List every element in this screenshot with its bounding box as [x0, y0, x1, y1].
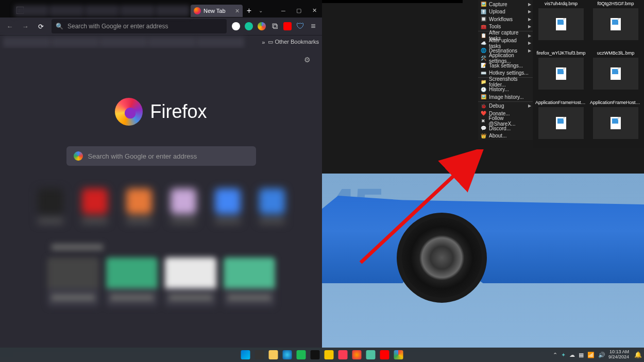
taskbar-edge[interactable]: [281, 349, 294, 361]
system-clock[interactable]: 10:13 AM 9/24/2024: [608, 350, 629, 360]
tab-new-tab[interactable]: New Tab ×: [191, 5, 243, 17]
tab-overflow-button[interactable]: ⌄: [256, 8, 266, 13]
tab-bar[interactable]: ◧ New Tab × + ⌄ ─ ▢ ✕: [0, 4, 322, 18]
taskbar-spotify[interactable]: [295, 349, 308, 361]
extensions-button[interactable]: ⧉: [269, 21, 280, 32]
taskbar-youtube[interactable]: [379, 349, 391, 361]
taskbar-app10[interactable]: [365, 349, 377, 361]
tray-network-icon[interactable]: 📶: [587, 352, 595, 358]
reload-button[interactable]: ⟳: [34, 20, 47, 33]
notifications-icon[interactable]: 🔔: [634, 351, 642, 358]
sharex-menu-item[interactable]: 📝Task settings...: [478, 62, 533, 70]
sharex-menu-item[interactable]: 💬Discord...: [478, 125, 533, 132]
sharex-menu-item[interactable]: 🧰Tools▶: [478, 23, 533, 31]
close-button[interactable]: ✕: [307, 4, 322, 18]
bookmarks-toolbar: » ▭ Other Bookmarks: [0, 35, 322, 48]
top-sites: [35, 188, 288, 229]
firefox-logo: Firefox: [115, 98, 207, 126]
blurred-tabs: [14, 5, 190, 16]
taskbar-start[interactable]: [240, 349, 252, 361]
sharex-menu-item[interactable]: ⌨️Hotkey settings...: [478, 70, 533, 77]
screenshot-file[interactable]: ApplicationFrameHost_Gc...: [534, 99, 588, 148]
extension-1[interactable]: [230, 21, 242, 32]
sharex-menu-item[interactable]: ✖Follow @ShareX...: [478, 117, 533, 125]
new-tab-search-input[interactable]: [88, 152, 249, 160]
screenshot-file[interactable]: f0Qtg2HSGF.bmp: [588, 0, 643, 49]
screenshot-file[interactable]: uczWMBc3lL.bmp: [588, 49, 643, 99]
sharex-menu-item[interactable]: 🛠️Application settings...: [478, 55, 533, 62]
sharex-menu-item[interactable]: ☁️After upload tasks▶: [478, 40, 533, 47]
forward-button[interactable]: →: [19, 20, 32, 33]
tray-volume-icon[interactable]: 🔊: [598, 352, 605, 358]
sharex-menu-item[interactable]: 🕘History...: [478, 86, 533, 94]
taskbar-chrome[interactable]: [393, 349, 405, 361]
back-button[interactable]: ←: [3, 20, 16, 33]
extension-grammarly[interactable]: [243, 21, 255, 32]
minimize-button[interactable]: ─: [276, 4, 291, 18]
sharex-menu-item[interactable]: 🖼️Image history...: [478, 93, 533, 101]
google-icon: [74, 151, 83, 161]
tray-overflow-icon[interactable]: ⌃: [553, 352, 557, 358]
blurred-bookmarks: [3, 37, 244, 47]
url-bar[interactable]: 🔍: [52, 19, 227, 33]
taskbar-firefox[interactable]: [351, 349, 363, 361]
maximize-button[interactable]: ▢: [291, 4, 307, 18]
pocket-header-blurred: [52, 244, 268, 251]
sharex-main-window[interactable]: vis7uh4rdq.bmpf0Qtg2HSGF.bmpfirefox_wYlJ…: [533, 0, 644, 148]
extension-youtube[interactable]: [282, 21, 293, 32]
tray-icon-1[interactable]: ✦: [561, 352, 566, 358]
new-tab-search-bar[interactable]: [66, 146, 256, 166]
customize-gear-icon[interactable]: ⚙: [304, 56, 311, 64]
taskbar-explorer[interactable]: [267, 349, 280, 361]
tab-close-button[interactable]: ×: [235, 7, 240, 15]
firefox-wordmark: Firefox: [150, 101, 207, 123]
tray-icon-3[interactable]: ▦: [579, 352, 584, 358]
firefox-favicon-icon: [194, 7, 201, 14]
windows-taskbar[interactable]: ⌃ ✦ ☁ ▦ 📶 🔊 10:13 AM 9/24/2024 🔔: [0, 348, 644, 362]
taskbar-app7[interactable]: [323, 349, 335, 361]
sharex-menu-item[interactable]: 👑About...: [478, 132, 533, 140]
bookmarks-overflow-icon[interactable]: »: [262, 39, 265, 45]
url-input[interactable]: [67, 23, 223, 30]
other-bookmarks-folder[interactable]: ▭ Other Bookmarks: [268, 39, 319, 45]
sharex-menu-item[interactable]: 🔲Workflows▶: [478, 15, 533, 23]
wallpaper-wheel: [397, 213, 487, 303]
background-window-title-bar: [319, 0, 463, 3]
taskbar-apple-music[interactable]: [337, 349, 349, 361]
tab-title: New Tab: [204, 8, 226, 14]
sharex-menu-item[interactable]: 📁Screenshots folder...: [478, 78, 533, 86]
app-menu-button[interactable]: ≡: [308, 21, 319, 32]
sharex-menu-item[interactable]: 🖼️Capture▶: [478, 1, 533, 8]
sharex-menu-item[interactable]: 🐞Debug▶: [478, 102, 533, 110]
pocket-cards-blurred: [47, 257, 275, 307]
sharex-tray-menu[interactable]: 🖼️Capture▶⬆️Upload▶🔲Workflows▶🧰Tools▶📋Af…: [478, 0, 533, 140]
sharex-menu-item[interactable]: ⬆️Upload▶: [478, 8, 533, 16]
navigation-toolbar: ← → ⟳ 🔍 ⧉ 🛡 ≡: [0, 18, 322, 35]
firefox-window: ◧ New Tab × + ⌄ ─ ▢ ✕ ← → ⟳ 🔍 ⧉: [0, 0, 322, 348]
screenshot-file[interactable]: firefox_wYlJKTIuf3.bmp: [534, 49, 588, 99]
tray-onedrive-icon[interactable]: ☁: [569, 352, 575, 358]
screenshot-file[interactable]: ApplicationFrameHost_Kd...: [588, 99, 643, 148]
new-tab-button[interactable]: +: [243, 6, 256, 15]
taskbar-app6[interactable]: [309, 349, 321, 361]
firefox-logo-icon: [115, 98, 143, 126]
extension-3[interactable]: [256, 21, 267, 32]
new-tab-page: ⚙ Firefox: [0, 48, 322, 348]
screenshot-file[interactable]: vis7uh4rdq.bmp: [534, 0, 588, 49]
extension-shield[interactable]: 🛡: [295, 21, 306, 32]
taskbar-search[interactable]: [253, 349, 266, 361]
search-icon: 🔍: [56, 23, 63, 30]
